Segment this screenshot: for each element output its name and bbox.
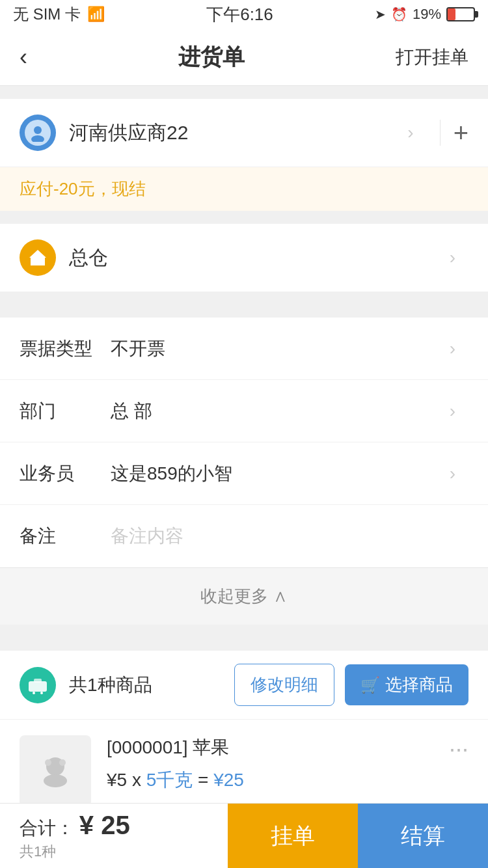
- product-quantity: 5千克: [146, 770, 193, 790]
- equals-sign: =: [198, 770, 213, 790]
- back-button[interactable]: ‹: [20, 44, 27, 71]
- svg-point-10: [59, 759, 66, 766]
- department-chevron-icon: ›: [450, 401, 455, 422]
- warehouse-chevron-icon: ›: [450, 247, 455, 268]
- home-icon: [28, 248, 47, 267]
- department-value: 总 部: [98, 399, 450, 424]
- status-right: ➤ ⏰ 19%: [375, 6, 475, 23]
- salesman-chevron-icon: ›: [450, 463, 455, 484]
- supplier-name: 河南供应商22: [69, 120, 407, 146]
- multiply-sign: x: [132, 770, 146, 790]
- remark-label: 备注: [20, 524, 98, 549]
- cart-icon: [27, 676, 48, 694]
- person-icon: [29, 124, 47, 142]
- supplier-row[interactable]: 河南供应商22 › +: [0, 99, 488, 167]
- product-icon: [20, 667, 56, 703]
- product-header: 共1种商品 修改明细 🛒 选择商品: [0, 651, 488, 720]
- svg-point-8: [44, 774, 67, 787]
- checkout-button[interactable]: 结算: [358, 804, 488, 869]
- collapse-button[interactable]: 收起更多 ∧: [0, 567, 488, 625]
- total-count: 共1种: [20, 842, 208, 861]
- product-more-button[interactable]: ···: [442, 735, 468, 763]
- wifi-icon: 📶: [87, 6, 105, 23]
- time-label: 下午6:16: [206, 3, 273, 26]
- department-row[interactable]: 部门 总 部 ›: [0, 380, 488, 442]
- svg-rect-4: [34, 679, 42, 683]
- total-section: 合计： ¥ 25 共1种: [0, 811, 228, 861]
- form-section: 票据类型 不开票 › 部门 总 部 › 业务员 这是859的小智 › 备注 备注…: [0, 318, 488, 567]
- product-image: [33, 748, 78, 794]
- status-bar: 无 SIM 卡 📶 下午6:16 ➤ ⏰ 19%: [0, 0, 488, 29]
- product-price: ¥5: [107, 770, 127, 790]
- supplier-section: 河南供应商22 › + 应付-20元，现结: [0, 99, 488, 211]
- warehouse-row[interactable]: 总仓 ›: [0, 224, 488, 292]
- carrier-label: 无 SIM 卡: [13, 4, 81, 25]
- page-title: 进货单: [178, 42, 245, 72]
- divider-2: [0, 292, 488, 305]
- warehouse-section: 总仓 ›: [0, 224, 488, 292]
- battery-label: 19%: [413, 6, 441, 23]
- add-supplier-button[interactable]: +: [454, 118, 468, 148]
- location-icon: ➤: [375, 7, 386, 22]
- svg-point-9: [45, 759, 51, 766]
- department-label: 部门: [20, 399, 98, 424]
- nav-bar: ‹ 进货单 打开挂单: [0, 29, 488, 86]
- product-total: ¥25: [213, 770, 244, 790]
- salesman-row[interactable]: 业务员 这是859的小智 ›: [0, 442, 488, 505]
- salesman-value: 这是859的小智: [98, 461, 450, 486]
- total-amount: ¥ 25: [79, 811, 130, 839]
- modify-detail-button[interactable]: 修改明细: [234, 664, 334, 706]
- warehouse-icon: [20, 239, 56, 276]
- select-product-button[interactable]: 🛒 选择商品: [345, 664, 468, 705]
- supplier-avatar: [20, 115, 56, 151]
- avatar-inner: [25, 120, 51, 146]
- svg-point-6: [40, 692, 43, 694]
- warehouse-name: 总仓: [69, 245, 450, 271]
- salesman-label: 业务员: [20, 461, 98, 486]
- product-name: [0000001] 苹果: [107, 735, 442, 760]
- vertical-divider: [440, 120, 441, 146]
- supplier-chevron-icon: ›: [407, 122, 413, 143]
- invoice-label: 票据类型: [20, 336, 98, 361]
- svg-marker-2: [29, 250, 46, 265]
- hang-button[interactable]: 挂单: [228, 804, 358, 869]
- svg-point-5: [33, 692, 35, 694]
- total-label: 合计：: [20, 818, 74, 838]
- svg-rect-3: [29, 681, 47, 692]
- divider-1: [0, 211, 488, 224]
- product-price-row: ¥5 x 5千克 = ¥25: [107, 768, 442, 793]
- product-title: 苹果: [193, 737, 229, 757]
- svg-point-1: [31, 135, 44, 142]
- alert-banner: 应付-20元，现结: [0, 167, 488, 211]
- bottom-bar: 合计： ¥ 25 共1种 挂单 结算: [0, 803, 488, 868]
- open-hang-button[interactable]: 打开挂单: [396, 45, 468, 70]
- product-thumbnail: [20, 735, 91, 807]
- invoice-row[interactable]: 票据类型 不开票 ›: [0, 318, 488, 380]
- product-section: 共1种商品 修改明细 🛒 选择商品 [0000001] 苹果 ¥5 x: [0, 651, 488, 822]
- remark-row[interactable]: 备注 备注内容: [0, 505, 488, 567]
- product-id: [0000001]: [107, 737, 188, 757]
- select-cart-icon: 🛒: [360, 676, 380, 694]
- alarm-icon: ⏰: [391, 7, 407, 22]
- select-product-label: 选择商品: [385, 673, 453, 696]
- status-left: 无 SIM 卡 📶: [13, 4, 105, 25]
- divider-3: [0, 625, 488, 638]
- product-info: [0000001] 苹果 ¥5 x 5千克 = ¥25: [107, 735, 442, 793]
- product-count-label: 共1种商品: [69, 673, 234, 698]
- svg-point-0: [34, 126, 42, 134]
- invoice-value: 不开票: [98, 336, 450, 361]
- top-divider: [0, 86, 488, 99]
- remark-input[interactable]: 备注内容: [98, 524, 468, 549]
- invoice-chevron-icon: ›: [450, 338, 455, 359]
- battery-icon: [446, 7, 475, 21]
